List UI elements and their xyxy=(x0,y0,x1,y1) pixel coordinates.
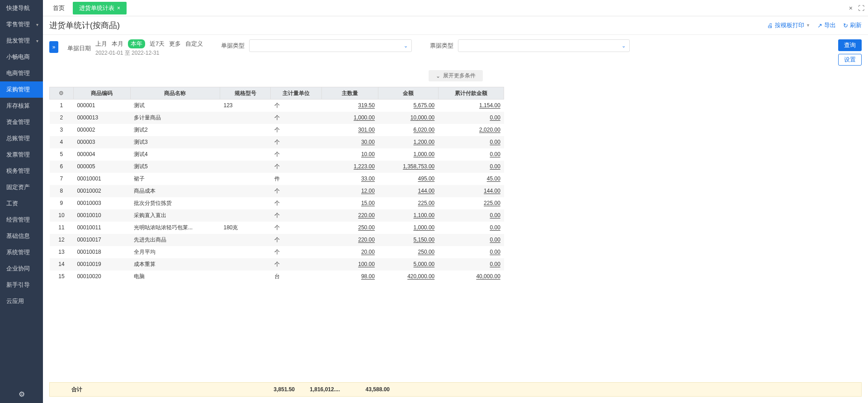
sidebar-item-15[interactable]: 系统管理 xyxy=(0,244,43,261)
th-qty[interactable]: 主数量 xyxy=(321,87,378,100)
date-this-month[interactable]: 本月 xyxy=(112,40,123,48)
table-row[interactable]: 6000005测试5个1,223.001,358,753.000.00 xyxy=(50,161,504,173)
sidebar-item-9[interactable]: 发票管理 xyxy=(0,147,43,163)
settings-gear[interactable]: ⚙ xyxy=(0,385,43,403)
cell-qty[interactable]: 319.50 xyxy=(321,100,378,112)
cell-paid[interactable]: 225.00 xyxy=(438,197,504,209)
gear-icon[interactable]: ⚙ xyxy=(50,87,74,100)
sidebar-item-5[interactable]: 采购管理 xyxy=(0,81,43,98)
cell-paid[interactable]: 0.00 xyxy=(438,112,504,124)
sidebar-item-18[interactable]: 云应用 xyxy=(0,293,43,309)
cell-amount[interactable]: 5,000.00 xyxy=(378,258,438,270)
cell-amount[interactable]: 5,675.00 xyxy=(378,100,438,112)
table-row[interactable]: 20000013多计量商品个1,000.0010,000.000.00 xyxy=(50,112,504,124)
close-icon[interactable]: × xyxy=(849,5,853,12)
date-last-month[interactable]: 上月 xyxy=(95,40,107,48)
table-row[interactable]: 1400010019成本重算个100.005,000.000.00 xyxy=(50,258,504,270)
table-row[interactable]: 1300010018全月平均个20.00250.000.00 xyxy=(50,246,504,258)
cell-paid[interactable]: 40,000.00 xyxy=(438,270,504,283)
cell-amount[interactable]: 6,020.00 xyxy=(378,124,438,136)
date-this-year[interactable]: 本年 xyxy=(128,39,145,48)
date-custom[interactable]: 自定义 xyxy=(185,40,203,48)
sidebar-item-10[interactable]: 税务管理 xyxy=(0,163,43,179)
table-row[interactable]: 1200010017先进先出商品个220.005,150.000.00 xyxy=(50,234,504,246)
sidebar-item-16[interactable]: 企业协同 xyxy=(0,261,43,277)
sidebar-item-3[interactable]: 小畅电商 xyxy=(0,49,43,65)
table-row[interactable]: 700010001裙子件33.00495.0045.00 xyxy=(50,173,504,185)
cell-paid[interactable]: 0.00 xyxy=(438,209,504,222)
sidebar-item-1[interactable]: 零售管理 xyxy=(0,16,43,33)
cell-paid[interactable]: 144.00 xyxy=(438,185,504,197)
print-button[interactable]: 🖨 按模板打印 ▼ xyxy=(767,21,810,29)
cell-qty[interactable]: 15.00 xyxy=(321,197,378,209)
cell-qty[interactable]: 30.00 xyxy=(321,136,378,148)
sidebar-item-4[interactable]: 电商管理 xyxy=(0,65,43,81)
table-row[interactable]: 1000001测试123个319.505,675.001,154.00 xyxy=(50,100,504,112)
cell-paid[interactable]: 0.00 xyxy=(438,258,504,270)
date-last7[interactable]: 近7天 xyxy=(150,40,165,48)
cell-qty[interactable]: 100.00 xyxy=(321,258,378,270)
table-row[interactable]: 3000002测试2个301.006,020.002,020.00 xyxy=(50,124,504,136)
cell-qty[interactable]: 301.00 xyxy=(321,124,378,136)
sidebar-item-7[interactable]: 资金管理 xyxy=(0,114,43,130)
table-row[interactable]: 1100010011光明咕浓咕浓轻巧包莱...180克个250.001,000.… xyxy=(50,222,504,234)
refresh-button[interactable]: ↻ 刷新 xyxy=(843,21,862,29)
cell-amount[interactable]: 10,000.00 xyxy=(378,112,438,124)
tab-home[interactable]: 首页 xyxy=(47,2,71,14)
table-row[interactable]: 900010003批次分货位拣货个15.00225.00225.00 xyxy=(50,197,504,209)
cell-amount[interactable]: 1,200.00 xyxy=(378,136,438,148)
table-row[interactable]: 4000003测试3个30.001,200.000.00 xyxy=(50,136,504,148)
cell-amount[interactable]: 5,150.00 xyxy=(378,234,438,246)
cell-qty[interactable]: 1,223.00 xyxy=(321,161,378,173)
cell-qty[interactable]: 1,000.00 xyxy=(321,112,378,124)
cell-amount[interactable]: 225.00 xyxy=(378,197,438,209)
cell-paid[interactable]: 0.00 xyxy=(438,148,504,161)
th-amt[interactable]: 金额 xyxy=(378,87,438,100)
sidebar-item-11[interactable]: 固定资产 xyxy=(0,179,43,195)
sidebar-item-17[interactable]: 新手引导 xyxy=(0,277,43,293)
bill-type-select[interactable]: ⌄ xyxy=(249,39,412,52)
th-unit[interactable]: 主计量单位 xyxy=(271,87,321,100)
cell-amount[interactable]: 250.00 xyxy=(378,246,438,258)
cell-amount[interactable]: 495.00 xyxy=(378,173,438,185)
cell-amount[interactable]: 1,358,753.00 xyxy=(378,161,438,173)
settings-button[interactable]: 设置 xyxy=(838,54,862,66)
cell-paid[interactable]: 0.00 xyxy=(438,246,504,258)
cell-paid[interactable]: 1,154.00 xyxy=(438,100,504,112)
cell-paid[interactable]: 0.00 xyxy=(438,136,504,148)
cell-qty[interactable]: 220.00 xyxy=(321,234,378,246)
cell-qty[interactable]: 10.00 xyxy=(321,148,378,161)
tab-report[interactable]: 进货单统计表 × xyxy=(73,2,127,14)
cell-qty[interactable]: 20.00 xyxy=(321,246,378,258)
table-row[interactable]: 800010002商品成本个12.00144.00144.00 xyxy=(50,185,504,197)
th-name[interactable]: 商品名称 xyxy=(130,87,220,100)
cell-amount[interactable]: 1,000.00 xyxy=(378,222,438,234)
query-button[interactable]: 查询 xyxy=(838,39,862,51)
date-more[interactable]: 更多 xyxy=(169,40,181,48)
table-row[interactable]: 1500010020电脑台98.00420,000.0040,000.00 xyxy=(50,270,504,283)
cell-paid[interactable]: 2,020.00 xyxy=(438,124,504,136)
cell-paid[interactable]: 0.00 xyxy=(438,161,504,173)
sidebar-item-6[interactable]: 库存核算 xyxy=(0,98,43,114)
table-row[interactable]: 5000004测试4个10.001,000.000.00 xyxy=(50,148,504,161)
cell-qty[interactable]: 98.00 xyxy=(321,270,378,283)
table-row[interactable]: 1000010010采购直入直出个220.001,100.000.00 xyxy=(50,209,504,222)
sidebar-item-13[interactable]: 经营管理 xyxy=(0,212,43,228)
cell-qty[interactable]: 220.00 xyxy=(321,209,378,222)
cell-paid[interactable]: 0.00 xyxy=(438,234,504,246)
th-paid[interactable]: 累计付款金额 xyxy=(438,87,504,100)
cell-amount[interactable]: 420,000.00 xyxy=(378,270,438,283)
sidebar-item-14[interactable]: 基础信息 xyxy=(0,228,43,244)
cell-amount[interactable]: 144.00 xyxy=(378,185,438,197)
expand-icon[interactable]: ⛶ xyxy=(858,5,864,12)
collapse-filters-button[interactable]: » xyxy=(49,41,58,53)
sidebar-item-2[interactable]: 批发管理 xyxy=(0,33,43,49)
cell-paid[interactable]: 0.00 xyxy=(438,222,504,234)
export-button[interactable]: ↗ 导出 xyxy=(817,21,836,29)
cell-amount[interactable]: 1,000.00 xyxy=(378,148,438,161)
close-icon[interactable]: × xyxy=(117,5,120,11)
expand-filters-button[interactable]: ⌄ 展开更多条件 xyxy=(429,70,483,81)
cell-qty[interactable]: 12.00 xyxy=(321,185,378,197)
sidebar-item-8[interactable]: 总账管理 xyxy=(0,130,43,147)
cell-paid[interactable]: 45.00 xyxy=(438,173,504,185)
